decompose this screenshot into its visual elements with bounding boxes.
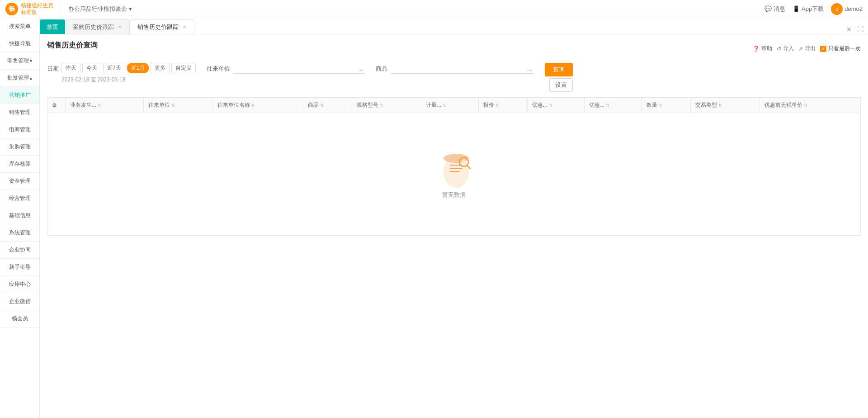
tab-bar-actions: ✕ ⛶ bbox=[845, 25, 868, 34]
message-icon: 💬 bbox=[764, 5, 772, 12]
sort-icon: ⇅ bbox=[718, 103, 722, 108]
sidebar-item-app-center[interactable]: 应用中心 bbox=[0, 276, 39, 293]
sidebar-item-search-menu[interactable]: 搜索菜单 bbox=[0, 18, 39, 35]
close-window-icon[interactable]: ✕ bbox=[845, 25, 853, 34]
table-area: ⚙ 业务发生... ⇅ 往来单位 bbox=[47, 97, 861, 236]
sidebar-item-finance[interactable]: 资金管理 bbox=[0, 173, 39, 190]
col-quote[interactable]: 报价 ⇅ bbox=[479, 98, 528, 113]
col-discount1[interactable]: 优惠... ⇅ bbox=[527, 98, 585, 113]
empty-text: 暂无数据 bbox=[442, 191, 466, 199]
sidebar-item-system[interactable]: 系统管理 bbox=[0, 224, 39, 242]
avatar: d bbox=[831, 3, 843, 15]
chevron-up-icon: ▴ bbox=[30, 76, 32, 81]
sort-icon: ⇅ bbox=[320, 103, 324, 108]
sidebar-item-inventory[interactable]: 库存核算 bbox=[0, 156, 39, 173]
export-action[interactable]: ↗ 导出 bbox=[798, 45, 816, 52]
import-icon: ↺ bbox=[777, 46, 781, 52]
sidebar-item-operations[interactable]: 经营管理 bbox=[0, 190, 39, 207]
date-options: 昨天 今天 近7天 近1月 更多 自定义 2023-02-18 至 2023-0… bbox=[61, 63, 196, 84]
partner-dots[interactable]: ... bbox=[358, 65, 363, 72]
sidebar-item-member[interactable]: 畅会员 bbox=[0, 310, 39, 328]
col-trade-type[interactable]: 交易类型 ⇅ bbox=[690, 98, 760, 113]
settings-button[interactable]: 设置 bbox=[549, 78, 573, 92]
header-right: 💬 消息 📱 App下载 d demo2 bbox=[764, 3, 863, 15]
product-dots[interactable]: ... bbox=[527, 65, 533, 72]
sidebar-item-basics[interactable]: 基础信息 bbox=[0, 207, 39, 224]
query-button[interactable]: 查询 bbox=[545, 63, 573, 76]
sort-icon: ⇅ bbox=[380, 103, 383, 108]
sort-icon: ⇅ bbox=[659, 103, 662, 108]
app-download-nav[interactable]: 📱 App下载 bbox=[793, 5, 824, 13]
partner-filter: 往来单位 ... bbox=[207, 63, 365, 74]
date-range: 2023-02-18 至 2023-03-18 bbox=[61, 75, 196, 84]
help-action[interactable]: ❓ 帮助 bbox=[753, 45, 772, 52]
mobile-icon: 📱 bbox=[793, 5, 800, 12]
tab-purchase-history[interactable]: 采购历史价跟踪 × bbox=[66, 19, 130, 34]
col-spec[interactable]: 规格型号 ⇅ bbox=[352, 98, 421, 113]
sidebar-item-wholesale-mgmt[interactable]: 批发管理 ▴ bbox=[0, 70, 39, 87]
only-last-checkbox[interactable]: ✓ 只看最后一次 bbox=[820, 45, 861, 52]
logo-icon: 畅 bbox=[5, 3, 18, 15]
product-filter: 商品 ... bbox=[376, 63, 534, 74]
import-action[interactable]: ↺ 导入 bbox=[777, 45, 794, 52]
sidebar: 搜索菜单 快捷导航 零售管理 ▾ 批发管理 ▴ 营销推广 销售管理 电商管理 采… bbox=[0, 18, 40, 418]
date-1month[interactable]: 近1月 bbox=[127, 63, 149, 73]
content-area: 首页 采购历史价跟踪 × 销售历史价跟踪 × ✕ ⛶ 销售历史价查询 bbox=[40, 18, 868, 418]
header-left: 畅 畅捷通好生意 标准版 办公用品行业模拟账套 ▾ bbox=[5, 2, 132, 15]
sidebar-item-retail-mgmt[interactable]: 零售管理 ▾ bbox=[0, 52, 39, 70]
partner-input-wrap: ... bbox=[233, 63, 365, 74]
user-profile[interactable]: d demo2 bbox=[831, 3, 863, 15]
sort-icon: ⇅ bbox=[98, 103, 101, 108]
sort-icon: ⇅ bbox=[495, 103, 499, 108]
main-layout: 搜索菜单 快捷导航 零售管理 ▾ 批发管理 ▴ 营销推广 销售管理 电商管理 采… bbox=[0, 18, 868, 418]
chevron-down-icon: ▾ bbox=[30, 58, 32, 63]
sidebar-item-purchase-mgmt[interactable]: 采购管理 bbox=[0, 138, 39, 156]
col-partner-name[interactable]: 往来单位名称 ⇅ bbox=[213, 98, 303, 113]
date-custom[interactable]: 自定义 bbox=[171, 63, 196, 73]
app-title-select[interactable]: 办公用品行业模拟账套 ▾ bbox=[68, 5, 132, 13]
logo-area: 畅 畅捷通好生意 标准版 bbox=[5, 2, 53, 15]
toolbar-right: ❓ 帮助 ↺ 导入 ↗ 导出 ✓ 只看最后一次 bbox=[753, 45, 861, 52]
message-nav[interactable]: 💬 消息 bbox=[764, 5, 785, 13]
col-unit[interactable]: 计量... ⇅ bbox=[421, 98, 479, 113]
settings-icon: ⚙ bbox=[52, 102, 57, 109]
tab-home[interactable]: 首页 bbox=[40, 19, 65, 34]
col-settings[interactable]: ⚙ bbox=[47, 98, 66, 113]
maximize-icon[interactable]: ⛶ bbox=[856, 25, 864, 34]
col-discount2[interactable]: 优惠... ⇅ bbox=[585, 98, 642, 113]
sidebar-item-enterprise-wechat[interactable]: 企业微信 bbox=[0, 293, 39, 310]
col-product[interactable]: 商品 ⇅ bbox=[303, 98, 352, 113]
checkbox-icon: ✓ bbox=[820, 46, 826, 52]
date-more[interactable]: 更多 bbox=[151, 63, 170, 73]
sort-icon: ⇅ bbox=[251, 103, 255, 108]
action-buttons: 查询 设置 bbox=[545, 63, 573, 92]
page-content: 销售历史价查询 ❓ 帮助 ↺ 导入 ↗ 导出 ✓ bbox=[40, 34, 868, 418]
sort-icon: ⇅ bbox=[804, 103, 807, 108]
table-body: 暂无数据 bbox=[47, 113, 861, 236]
tab-close-purchase[interactable]: × bbox=[117, 24, 123, 30]
sort-icon: ⇅ bbox=[171, 103, 175, 108]
product-input-wrap: ... bbox=[390, 63, 534, 74]
sidebar-item-marketing[interactable]: 营销推广 bbox=[0, 87, 39, 104]
col-pre-tax-price[interactable]: 优惠前无税单价 ⇅ bbox=[760, 98, 861, 113]
sidebar-item-sales-mgmt[interactable]: 销售管理 bbox=[0, 104, 39, 121]
chevron-down-icon: ▾ bbox=[129, 5, 132, 12]
sidebar-item-ecommerce[interactable]: 电商管理 bbox=[0, 121, 39, 138]
date-7days[interactable]: 近7天 bbox=[103, 63, 125, 73]
col-biz-date[interactable]: 业务发生... ⇅ bbox=[66, 98, 144, 113]
sort-icon: ⇅ bbox=[606, 103, 609, 108]
col-partner-code[interactable]: 往来单位 ⇅ bbox=[143, 98, 213, 113]
sidebar-item-enterprise[interactable]: 企业协同 bbox=[0, 242, 39, 259]
divider bbox=[61, 5, 61, 14]
col-quantity[interactable]: 数量 ⇅ bbox=[642, 98, 691, 113]
empty-illustration bbox=[436, 149, 472, 185]
table-header: ⚙ 业务发生... ⇅ 往来单位 bbox=[47, 98, 861, 113]
sidebar-item-newbie[interactable]: 新手引导 bbox=[0, 259, 39, 276]
tab-close-sales[interactable]: × bbox=[181, 24, 188, 30]
partner-input[interactable] bbox=[233, 63, 365, 74]
date-yesterday[interactable]: 昨天 bbox=[61, 63, 80, 73]
sidebar-item-quick-nav[interactable]: 快捷导航 bbox=[0, 35, 39, 52]
product-input[interactable] bbox=[390, 63, 534, 74]
date-today[interactable]: 今天 bbox=[82, 63, 101, 73]
tab-sales-history[interactable]: 销售历史价跟踪 × bbox=[131, 19, 194, 34]
